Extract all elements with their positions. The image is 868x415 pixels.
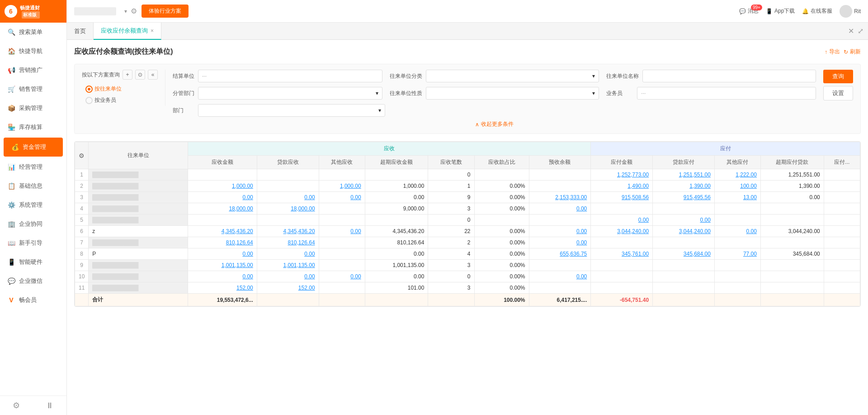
ap-cell[interactable]: 0.00 — [714, 226, 760, 237]
unit-name-input[interactable] — [642, 70, 816, 82]
unit-nature-select[interactable]: ▾ — [426, 87, 599, 100]
ar-cell[interactable]: 0.00 — [319, 192, 365, 203]
ar-cell[interactable]: 152.00 — [257, 282, 319, 294]
filter-by-salesman[interactable]: 按业务员 — [82, 95, 158, 106]
ap-cell[interactable]: 3,044,240.00 — [653, 226, 715, 237]
ar-cell[interactable]: 1,000.00 — [188, 181, 257, 192]
entity-cell: ████████████ — [89, 169, 188, 181]
online-service-item[interactable]: 🔔 在线客服 — [802, 7, 832, 15]
refresh-btn[interactable]: ↻ 刷新 — [844, 48, 861, 56]
ap-cell[interactable]: 0.00 — [591, 215, 653, 226]
ap-cell[interactable]: 915,508.56 — [591, 192, 653, 203]
sidebar-item-wechat[interactable]: 💬 企业微信 — [0, 272, 66, 291]
ap-cell[interactable]: 100.00 — [714, 181, 760, 192]
ap-cell[interactable]: 345,684.00 — [653, 248, 715, 260]
sidebar-item-guide[interactable]: 📖 新手引导 — [0, 234, 66, 253]
ap-cell[interactable]: 1,490.00 — [591, 181, 653, 192]
sidebar-item-purchase[interactable]: 📦 采购管理 — [0, 99, 66, 118]
tab-close-icon[interactable]: × — [151, 28, 154, 34]
ar-cell[interactable]: 0.00 — [188, 271, 257, 282]
sidebar-item-cooperation[interactable]: 🏢 企业协同 — [0, 215, 66, 234]
dept-select[interactable]: ▾ — [198, 104, 385, 117]
ar-cell[interactable]: 1,001,135.00 — [257, 260, 319, 271]
ar-cell[interactable]: 0.00 — [529, 271, 591, 282]
table-row: 11████████████152.00152.00101.0030.00% — [75, 282, 860, 294]
settings-filter-icon[interactable]: ⊙ — [135, 70, 145, 80]
sidebar-item-hardware[interactable]: 📱 智能硬件 — [0, 253, 66, 272]
ar-cell[interactable]: 18,000.00 — [188, 203, 257, 215]
ar-cell[interactable]: 4,345,436.20 — [257, 226, 319, 237]
ar-cell[interactable]: 0.00 — [257, 271, 319, 282]
ar-cell[interactable]: 0.00 — [529, 237, 591, 248]
sidebar-item-quick-nav[interactable]: 🏠 快捷导航 — [0, 42, 66, 61]
sidebar-item-search-menu[interactable]: 🔍 搜索菜单 — [0, 23, 66, 42]
sidebar-item-marketing[interactable]: 📢 营销推广 — [0, 61, 66, 80]
ar-cell[interactable]: 0.00 — [257, 192, 319, 203]
sidebar-item-operations[interactable]: 📊 经营管理 — [0, 157, 66, 176]
ap-cell[interactable]: 1,251,551.00 — [653, 169, 715, 181]
ar-cell[interactable]: 0.00 — [319, 226, 365, 237]
chevron-down-icon4: ▾ — [378, 107, 381, 114]
collapse-filter-icon[interactable]: « — [148, 70, 158, 80]
ap-cell[interactable]: 77.00 — [714, 248, 760, 260]
filter-by-entity[interactable]: 按往来单位 — [82, 83, 158, 95]
col-ar-count: 应收笔数 — [428, 156, 474, 169]
export-btn[interactable]: ↑ 导出 — [825, 48, 840, 56]
sidebar-settings-icon[interactable]: ⚙ — [13, 401, 20, 410]
tab-home[interactable]: 首页 — [67, 23, 94, 40]
sidebar-item-vip[interactable]: V 畅会员 — [0, 291, 66, 310]
ar-cell[interactable]: 0.00 — [529, 226, 591, 237]
settlement-unit-input[interactable]: ··· — [198, 70, 382, 82]
dept-manager-select[interactable]: ▾ — [198, 87, 382, 100]
ar-cell[interactable]: 1,000.00 — [319, 181, 365, 192]
user-item[interactable]: Rit — [840, 5, 861, 18]
messages-item[interactable]: 💬 消息 99+ — [739, 7, 759, 15]
col-header-settings[interactable]: ⚙ — [75, 142, 89, 169]
ar-cell[interactable]: 655,636.75 — [529, 248, 591, 260]
ar-cell[interactable]: 0.00 — [529, 203, 591, 215]
trial-btn[interactable]: 体验行业方案 — [142, 5, 189, 18]
ar-cell[interactable]: 0.00 — [188, 248, 257, 260]
ap-cell[interactable]: 1,390.00 — [653, 181, 715, 192]
salesman-input[interactable]: ··· — [637, 87, 816, 100]
ap-cell[interactable]: 915,495.56 — [653, 192, 715, 203]
close-window-icon[interactable]: ✕ — [848, 27, 854, 35]
ap-cell[interactable]: 3,044,240.00 — [591, 226, 653, 237]
sidebar-item-inventory[interactable]: 🏪 库存核算 — [0, 118, 66, 137]
sidebar-item-system[interactable]: ⚙️ 系统管理 — [0, 196, 66, 215]
unit-category-select[interactable]: ▾ — [426, 70, 599, 82]
collapse-btn[interactable]: ∧ 收起更多条件 — [475, 120, 514, 128]
chevron-down-icon[interactable]: ▾ — [124, 8, 127, 14]
ap-cell[interactable]: 13.00 — [714, 192, 760, 203]
ar-cell[interactable]: 18,000.00 — [257, 203, 319, 215]
ap-cell[interactable]: 1,222.00 — [714, 169, 760, 181]
app-download-item[interactable]: 📱 App下载 — [766, 7, 795, 15]
add-filter-icon[interactable]: + — [123, 70, 132, 80]
settings-icon[interactable]: ⚙ — [131, 7, 137, 15]
expand-icon[interactable]: ⤢ — [858, 27, 863, 35]
ar-cell[interactable]: 1,001,135.00 — [188, 260, 257, 271]
ar-cell[interactable]: 0.00 — [257, 248, 319, 260]
query-btn[interactable]: 查询 — [823, 70, 853, 83]
sidebar-collapse-icon[interactable]: ⏸ — [46, 401, 54, 410]
sidebar-item-sales[interactable]: 🛒 销售管理 — [0, 80, 66, 99]
ap-cell[interactable]: 0.00 — [653, 215, 715, 226]
ar-cell[interactable]: 0.00 — [319, 271, 365, 282]
tabbar: 首页 应收应付余额查询 × ✕ ⤢ — [67, 23, 868, 40]
ar-cell[interactable]: 810,126.64 — [188, 237, 257, 248]
row-num: 3 — [75, 192, 89, 203]
ar-cell[interactable]: 0.00 — [188, 192, 257, 203]
ar-cell[interactable]: 810,126.64 — [257, 237, 319, 248]
ar-cell[interactable]: 152.00 — [188, 282, 257, 294]
settings-btn[interactable]: 设置 — [823, 86, 853, 100]
tab-ar-query[interactable]: 应收应付余额查询 × — [94, 23, 161, 40]
sidebar-item-base-info[interactable]: 📋 基础信息 — [0, 176, 66, 196]
ar-cell[interactable]: 4,345,436.20 — [188, 226, 257, 237]
col-ar-prepaid: 预收余额 — [529, 156, 591, 169]
sidebar-item-finance[interactable]: 💰 资金管理 — [4, 138, 63, 157]
ar-cell[interactable]: 2,153,333.00 — [529, 192, 591, 203]
ap-cell[interactable]: 1,252,773.00 — [591, 169, 653, 181]
table-settings-icon[interactable]: ⚙ — [79, 152, 85, 159]
ap-cell[interactable]: 345,761.00 — [591, 248, 653, 260]
sidebar-item-label: 采购管理 — [19, 104, 42, 112]
